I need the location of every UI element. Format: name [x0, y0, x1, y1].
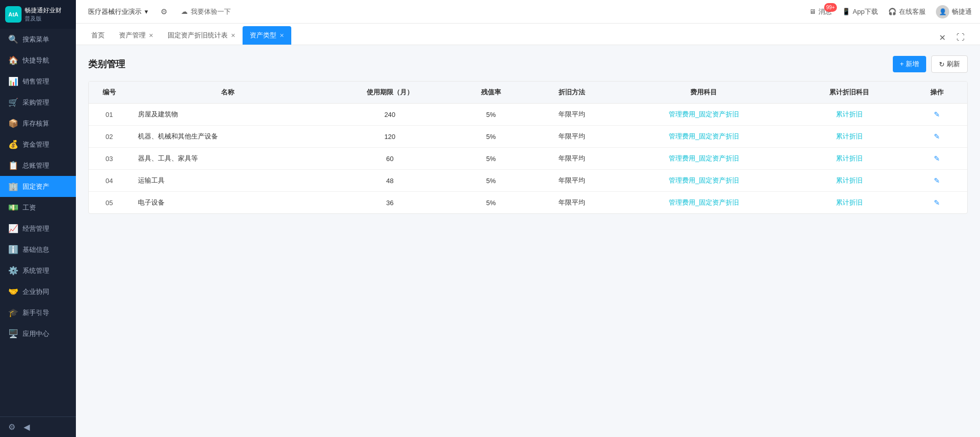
- edit-icon[interactable]: ✎: [934, 198, 940, 207]
- col-name: 名称: [130, 82, 326, 104]
- sidebar-item-operations[interactable]: 📈 经营管理: [0, 218, 76, 239]
- company-name: 医疗器械行业演示: [88, 7, 142, 16]
- cell-period: 36: [326, 192, 454, 214]
- col-residual: 残值率: [454, 82, 528, 104]
- cell-accumulated: 累计折旧: [792, 148, 907, 170]
- content-area: 类别管理 + 新增 ↻ 刷新 编号 名称 使用期限（月） 残值率 折旧方法: [76, 45, 980, 437]
- app-download-label: App下载: [853, 7, 878, 16]
- cell-method: 年限平均: [528, 148, 616, 170]
- col-accumulated: 累计折旧科目: [792, 82, 907, 104]
- sidebar-label-operations: 经营管理: [23, 224, 49, 233]
- customer-service-action[interactable]: 🎧 在线客服: [888, 7, 926, 16]
- sidebar-item-basic-info[interactable]: ℹ️ 基础信息: [0, 239, 76, 260]
- enterprise-icon: 🤝: [8, 287, 17, 296]
- cell-name: 房屋及建筑物: [130, 104, 326, 126]
- tab-depreciation-report[interactable]: 固定资产折旧统计表 ✕: [161, 26, 243, 45]
- cell-name: 电子设备: [130, 192, 326, 214]
- cell-action: ✎: [907, 126, 967, 148]
- logo-text: 畅捷通好业财 普及版: [25, 7, 62, 22]
- dropdown-chevron-icon: ▾: [145, 8, 148, 15]
- user-action[interactable]: 👤 畅捷通: [936, 5, 972, 18]
- sidebar-item-guide[interactable]: 🎓 新手引导: [0, 302, 76, 323]
- tab-asset-mgmt-label: 资产管理: [119, 31, 146, 40]
- tab-asset-type-close-icon[interactable]: ✕: [279, 32, 284, 39]
- sidebar-item-sales[interactable]: 📊 销售管理: [0, 71, 76, 92]
- sidebar-settings-icon[interactable]: ⚙: [8, 422, 15, 432]
- edit-icon[interactable]: ✎: [934, 110, 940, 118]
- user-label: 畅捷通: [952, 7, 972, 16]
- cell-id: 05: [89, 192, 130, 214]
- sidebar-item-search[interactable]: 🔍 搜索菜单: [0, 29, 76, 50]
- tab-depreciation-close-icon[interactable]: ✕: [231, 32, 235, 39]
- window-controls: ✕ ⛶: [931, 30, 972, 45]
- phone-icon: 📱: [842, 8, 850, 15]
- system-icon: ⚙️: [8, 266, 17, 275]
- data-table: 编号 名称 使用期限（月） 残值率 折旧方法 费用科目 累计折旧科目 操作 01…: [88, 81, 968, 214]
- table-row: 01 房屋及建筑物 240 5% 年限平均 管理费用_固定资产折旧 累计折旧 ✎: [89, 104, 967, 126]
- cell-action: ✎: [907, 170, 967, 192]
- sidebar-toggle-icon[interactable]: ◀: [24, 422, 30, 432]
- cloud-icon: ☁: [181, 8, 188, 15]
- sidebar-label-capital: 资金管理: [23, 140, 49, 149]
- message-action[interactable]: 🖥 消息 99+: [809, 7, 832, 16]
- customer-service-label: 在线客服: [899, 7, 926, 16]
- page-header: 类别管理 + 新增 ↻ 刷新: [88, 55, 968, 73]
- refresh-icon: ↻: [939, 61, 945, 68]
- cell-action: ✎: [907, 192, 967, 214]
- tab-home[interactable]: 首页: [84, 26, 112, 45]
- table-row: 04 运输工具 48 5% 年限平均 管理费用_固定资产折旧 累计折旧 ✎: [89, 170, 967, 192]
- add-button[interactable]: + 新增: [893, 56, 926, 72]
- cell-method: 年限平均: [528, 126, 616, 148]
- cell-method: 年限平均: [528, 192, 616, 214]
- sidebar-item-payroll[interactable]: 💵 工资: [0, 197, 76, 218]
- edit-icon[interactable]: ✎: [934, 154, 940, 163]
- cell-id: 01: [89, 104, 130, 126]
- cell-accumulated: 累计折旧: [792, 192, 907, 214]
- sidebar-menu: 🔍 搜索菜单 🏠 快捷导航 📊 销售管理 🛒 采购管理 📦 库存核算 💰 资金管…: [0, 29, 76, 416]
- experience-button[interactable]: ☁ 我要体验一下: [181, 7, 231, 16]
- sidebar-item-fixed-assets[interactable]: 🏢 固定资产: [0, 176, 76, 197]
- tab-asset-type[interactable]: 资产类型 ✕: [243, 26, 291, 45]
- sidebar-logo: AtA 畅捷通好业财 普及版: [0, 0, 76, 29]
- sidebar-item-capital[interactable]: 💰 资金管理: [0, 134, 76, 155]
- maximize-window-icon[interactable]: ⛶: [953, 30, 968, 45]
- close-window-icon[interactable]: ✕: [935, 30, 949, 45]
- cell-method: 年限平均: [528, 170, 616, 192]
- basic-info-icon: ℹ️: [8, 245, 17, 254]
- col-action: 操作: [907, 82, 967, 104]
- sidebar-item-enterprise[interactable]: 🤝 企业协同: [0, 281, 76, 302]
- cell-residual: 5%: [454, 126, 528, 148]
- sidebar-item-purchase[interactable]: 🛒 采购管理: [0, 92, 76, 113]
- app-download-action[interactable]: 📱 App下载: [842, 7, 878, 16]
- tab-asset-type-label: 资产类型: [250, 31, 276, 40]
- purchase-icon: 🛒: [8, 97, 17, 107]
- edit-icon[interactable]: ✎: [934, 176, 940, 185]
- table-row: 03 器具、工具、家具等 60 5% 年限平均 管理费用_固定资产折旧 累计折旧…: [89, 148, 967, 170]
- cell-accumulated: 累计折旧: [792, 126, 907, 148]
- sidebar-item-inventory[interactable]: 📦 库存核算: [0, 113, 76, 134]
- cell-expense: 管理费用_固定资产折旧: [615, 192, 792, 214]
- cell-residual: 5%: [454, 104, 528, 126]
- sidebar-item-app-center[interactable]: 🖥️ 应用中心: [0, 323, 76, 344]
- refresh-button[interactable]: ↻ 刷新: [931, 55, 968, 73]
- table-row: 05 电子设备 36 5% 年限平均 管理费用_固定资产折旧 累计折旧 ✎: [89, 192, 967, 214]
- sidebar-label-sales: 销售管理: [23, 77, 49, 86]
- tab-asset-mgmt-close-icon[interactable]: ✕: [149, 32, 153, 39]
- edit-icon[interactable]: ✎: [934, 132, 940, 141]
- app-center-icon: 🖥️: [8, 329, 17, 339]
- cell-name: 机器、机械和其他生产设备: [130, 126, 326, 148]
- company-selector[interactable]: 医疗器械行业演示 ▾: [84, 5, 152, 18]
- fixed-assets-icon: 🏢: [8, 182, 17, 191]
- cell-expense: 管理费用_固定资产折旧: [615, 170, 792, 192]
- cell-action: ✎: [907, 148, 967, 170]
- sidebar-item-quick-nav[interactable]: 🏠 快捷导航: [0, 50, 76, 71]
- inventory-icon: 📦: [8, 118, 17, 128]
- sidebar-item-system[interactable]: ⚙️ 系统管理: [0, 260, 76, 281]
- cell-period: 240: [326, 104, 454, 126]
- cell-period: 60: [326, 148, 454, 170]
- cell-residual: 5%: [454, 192, 528, 214]
- sales-icon: 📊: [8, 76, 17, 86]
- tab-asset-mgmt[interactable]: 资产管理 ✕: [112, 26, 161, 45]
- company-settings-icon[interactable]: ⚙: [156, 5, 171, 19]
- sidebar-item-ledger[interactable]: 📋 总账管理: [0, 155, 76, 176]
